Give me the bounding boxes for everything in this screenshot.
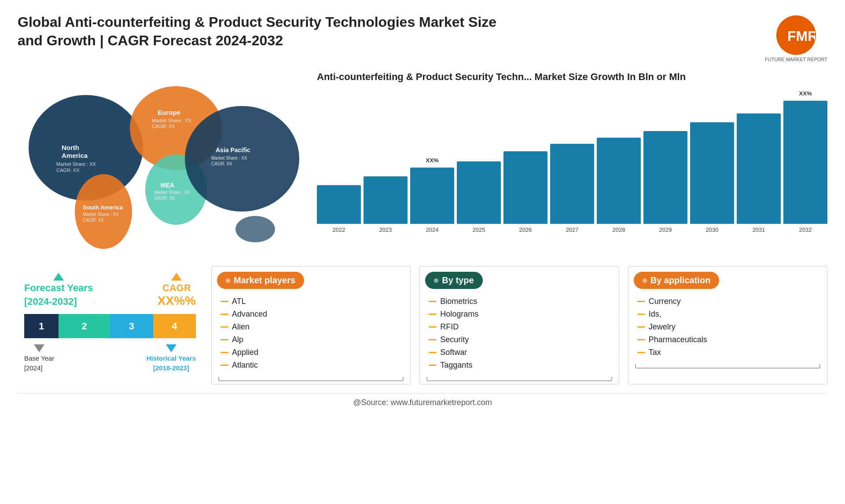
- logo-subtitle: FUTURE MARKET REPORT: [765, 57, 827, 62]
- page-title: Global Anti-counterfeiting & Product Sec…: [18, 13, 502, 50]
- svg-text:South America: South America: [83, 204, 123, 211]
- dash-icon: [429, 339, 437, 340]
- cat-item: Jewelry: [637, 321, 820, 333]
- bar-col-2022: 2022: [317, 90, 361, 233]
- dash-icon: [429, 365, 437, 366]
- cat-header-market-players: Market players: [217, 272, 304, 289]
- cat-item-text: Alp: [232, 335, 243, 344]
- base-year-value: [2024]: [24, 364, 54, 372]
- svg-text:MEA: MEA: [161, 182, 174, 189]
- bar-year-label-2023: 2023: [379, 226, 392, 233]
- bar-col-2026: 2026: [503, 90, 547, 233]
- timeline-seg-1: 1: [24, 314, 59, 338]
- bottom-row: Forecast Years [2024-2032] CAGR XX%% 1 2…: [18, 266, 827, 384]
- cat-item: Holograms: [429, 308, 612, 321]
- cat-item: Ids,: [637, 308, 820, 321]
- dash-icon: [429, 314, 437, 315]
- bar-col-2032: XX%2032: [783, 90, 827, 233]
- base-year-label: Base Year: [24, 354, 54, 362]
- timeline-seg-2: 2: [59, 314, 110, 338]
- bar-year-label-2029: 2029: [659, 226, 672, 233]
- cat-item: Taggants: [429, 359, 612, 372]
- svg-text:CAGR: XX: CAGR: XX: [152, 124, 175, 129]
- cat-item: Softwar: [429, 346, 612, 359]
- cat-item: ATL: [220, 295, 404, 308]
- bar-2027: [550, 144, 594, 224]
- bar-year-label-2025: 2025: [473, 226, 485, 233]
- bar-2028: [597, 138, 641, 224]
- hist-arrow-down: [166, 344, 176, 352]
- dash-icon: [637, 339, 645, 340]
- dash-icon: [220, 314, 228, 315]
- bar-year-label-2026: 2026: [519, 226, 532, 233]
- cat-item-text: RFID: [440, 322, 459, 332]
- cat-item-text: ATL: [232, 297, 246, 306]
- bar-year-label-2027: 2027: [566, 226, 579, 233]
- page-header: Global Anti-counterfeiting & Product Sec…: [18, 13, 827, 62]
- cat-list-by-application: CurrencyIds,JewelryPharmaceuticalsTax: [628, 292, 827, 362]
- main-content-row: North America Market Share : XX CAGR: XX…: [18, 71, 827, 257]
- dash-icon: [220, 301, 228, 302]
- cat-item-text: Alien: [232, 322, 250, 332]
- cat-item-text: Softwar: [440, 348, 467, 357]
- svg-text:Market Share : XX: Market Share : XX: [211, 156, 247, 161]
- cat-item-text: Holograms: [440, 310, 478, 319]
- hist-range: [2018-2023]: [147, 364, 196, 372]
- dash-icon: [637, 314, 645, 315]
- bar-col-2027: 2027: [550, 90, 594, 233]
- cat-header-by-application: By application: [634, 272, 720, 289]
- dash-icon: [429, 301, 437, 302]
- cat-item: Security: [429, 333, 612, 346]
- bar-col-2023: 2023: [364, 90, 408, 233]
- dash-icon: [220, 365, 228, 366]
- bar-year-label-2028: 2028: [613, 226, 625, 233]
- hist-label: Historical Years: [147, 354, 196, 362]
- cat-item: Biometrics: [429, 295, 612, 308]
- bar-2026: [503, 151, 547, 224]
- cat-item-text: Tax: [649, 348, 661, 357]
- bar-year-label-2031: 2031: [753, 226, 765, 233]
- cat-item-text: Atlantic: [232, 361, 258, 370]
- logo-area: FMR FUTURE MARKET REPORT: [765, 15, 827, 62]
- bar-2030: [690, 122, 734, 224]
- svg-text:America: America: [62, 152, 88, 159]
- dash-icon: [429, 326, 437, 328]
- chart-title-text: Anti-counterfeiting & Product Security T…: [317, 71, 686, 82]
- dash-icon: [637, 326, 645, 328]
- chart-title: Anti-counterfeiting & Product Security T…: [317, 71, 827, 84]
- timeline-seg-4: 4: [153, 314, 196, 338]
- cat-item: Pharmaceuticals: [637, 333, 820, 346]
- bar-year-label-2024: 2024: [426, 226, 439, 233]
- svg-text:North: North: [62, 144, 79, 151]
- timeline-section: Forecast Years [2024-2032] CAGR XX%% 1 2…: [18, 266, 202, 384]
- svg-text:Market Share : XX: Market Share : XX: [152, 118, 192, 123]
- cat-header-by-type: By type: [425, 272, 482, 289]
- timeline-seg-3: 3: [110, 314, 153, 338]
- bar-annotation-2032: XX%: [799, 90, 812, 97]
- cat-list-by-type: BiometricsHologramsRFIDSecuritySoftwarTa…: [420, 292, 618, 375]
- svg-text:Market Share : XX: Market Share : XX: [154, 190, 190, 195]
- bar-col-2029: 2029: [643, 90, 687, 233]
- bar-2025: [457, 161, 501, 224]
- dash-icon: [220, 326, 228, 328]
- cat-item-text: Biometrics: [440, 297, 477, 306]
- world-map-svg: North America Market Share : XX CAGR: XX…: [18, 71, 304, 256]
- svg-text:CAGR: XX: CAGR: XX: [56, 168, 80, 173]
- cat-item-text: Ids,: [649, 310, 661, 319]
- bar-year-label-2032: 2032: [799, 226, 812, 233]
- bar-col-2025: 2025: [457, 90, 501, 233]
- card-bracket: [426, 377, 612, 381]
- bar-annotation-2024: XX%: [426, 157, 439, 164]
- cat-item: Alp: [220, 333, 404, 346]
- cat-item: RFID: [429, 321, 612, 333]
- chart-section: Anti-counterfeiting & Product Security T…: [317, 71, 827, 257]
- cagr-value: XX%%: [158, 294, 196, 308]
- cat-item: Alien: [220, 321, 404, 333]
- cat-card-by-application: By applicationCurrencyIds,JewelryPharmac…: [628, 266, 827, 384]
- bar-col-2028: 2028: [597, 90, 641, 233]
- dash-icon: [220, 339, 228, 340]
- bar-2023: [364, 176, 408, 224]
- cat-item: Applied: [220, 346, 404, 359]
- svg-text:CAGR: XX: CAGR: XX: [211, 161, 232, 166]
- cat-item: Advanced: [220, 308, 404, 321]
